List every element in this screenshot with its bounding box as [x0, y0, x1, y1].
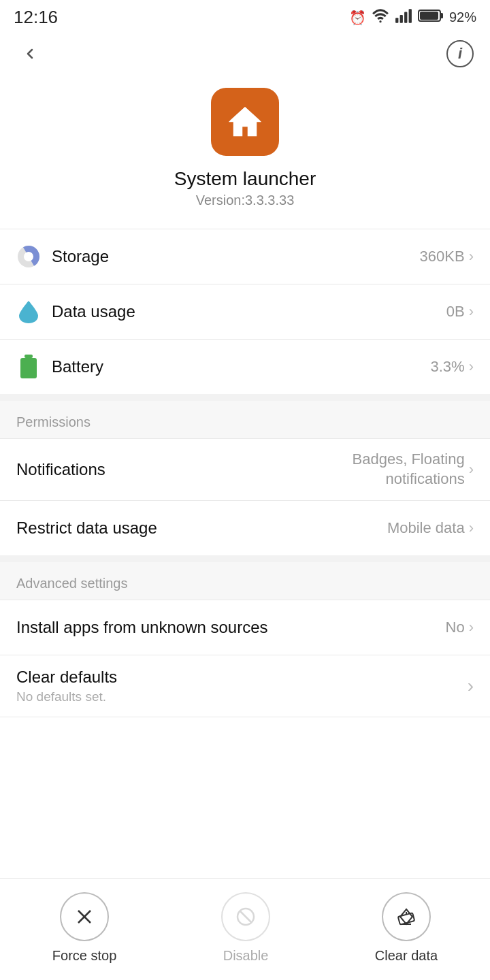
svg-rect-7 [420, 12, 438, 20]
wifi-icon [372, 8, 389, 27]
storage-label: Storage [52, 247, 109, 266]
battery-label: Battery [52, 357, 103, 376]
battery-right: 3.3% › [431, 358, 474, 376]
signal-icon [395, 8, 412, 27]
data-usage-right: 0B › [446, 303, 474, 321]
install-apps-value: No [446, 619, 465, 636]
info-button[interactable]: i [446, 40, 474, 67]
clear-defaults-label: Clear defaults [16, 668, 117, 687]
clear-data-circle [382, 892, 431, 941]
permissions-header: Permissions [0, 401, 490, 438]
notifications-value: Badges, Floatingnotifications [353, 450, 465, 489]
status-bar: 12:16 ⏰ [0, 0, 490, 33]
data-usage-label: Data usage [52, 302, 135, 321]
content-area: Storage 360KB › Data usage 0B › [0, 229, 490, 806]
status-icons: ⏰ 92% [349, 8, 476, 27]
svg-rect-3 [404, 12, 407, 23]
battery-menu-icon [16, 355, 41, 379]
clear-defaults-sub: No defaults set. [16, 689, 117, 704]
battery-percent: 92% [449, 10, 476, 25]
battery-left: Battery [16, 355, 103, 379]
install-apps-left: Install apps from unknown sources [16, 616, 268, 639]
data-usage-icon [16, 299, 41, 324]
divider-7 [0, 717, 490, 717]
alarm-icon: ⏰ [349, 10, 366, 26]
app-icon [211, 88, 279, 156]
svg-rect-6 [440, 13, 443, 18]
svg-rect-10 [24, 355, 33, 358]
svg-rect-4 [409, 9, 412, 23]
data-usage-left: Data usage [16, 299, 135, 324]
app-header: System launcher Version:3.3.3.33 [0, 74, 490, 229]
restrict-data-left: Restrict data usage [16, 519, 157, 538]
install-apps-label: Install apps from unknown sources [16, 616, 268, 639]
notifications-item[interactable]: Notifications Badges, Floatingnotificati… [0, 439, 490, 500]
top-nav: i [0, 33, 490, 74]
section-divider-1 [0, 394, 490, 401]
restrict-data-value: Mobile data [387, 519, 465, 537]
storage-item[interactable]: Storage 360KB › [0, 229, 490, 284]
restrict-data-label: Restrict data usage [16, 519, 157, 538]
svg-rect-2 [400, 15, 403, 23]
app-version: Version:3.3.3.33 [196, 193, 295, 208]
notifications-chevron: › [469, 461, 474, 478]
disable-circle [221, 892, 270, 941]
permissions-label: Permissions [16, 414, 91, 429]
data-usage-value: 0B [446, 303, 465, 321]
data-usage-item[interactable]: Data usage 0B › [0, 284, 490, 339]
battery-value: 3.3% [431, 358, 465, 376]
storage-icon [16, 244, 41, 269]
force-stop-button[interactable]: Force stop [52, 892, 116, 964]
force-stop-label: Force stop [52, 948, 116, 964]
battery-chevron: › [469, 358, 474, 376]
disable-label: Disable [223, 948, 269, 964]
svg-line-15 [240, 911, 252, 923]
storage-value: 360KB [420, 248, 465, 265]
advanced-settings-header: Advanced settings [0, 562, 490, 600]
svg-point-0 [379, 20, 381, 22]
clear-defaults-left: Clear defaults No defaults set. [16, 668, 117, 704]
storage-chevron: › [469, 248, 474, 265]
svg-rect-11 [20, 358, 37, 378]
storage-left: Storage [16, 244, 109, 269]
install-apps-chevron: › [469, 619, 474, 636]
section-divider-2 [0, 555, 490, 562]
clear-data-label: Clear data [375, 948, 438, 964]
notifications-right: Badges, Floatingnotifications › [353, 450, 474, 489]
svg-point-9 [24, 252, 33, 261]
clear-defaults-item[interactable]: Clear defaults No defaults set. › [0, 655, 490, 717]
storage-right: 360KB › [420, 248, 474, 265]
notifications-label: Notifications [16, 460, 105, 479]
restrict-data-right: Mobile data › [387, 519, 474, 537]
svg-rect-1 [395, 18, 398, 23]
install-apps-right: No › [446, 619, 474, 636]
restrict-data-chevron: › [469, 519, 474, 537]
clear-data-button[interactable]: Clear data [375, 892, 438, 964]
data-usage-chevron: › [469, 303, 474, 321]
app-name: System launcher [174, 168, 316, 190]
advanced-settings-label: Advanced settings [16, 576, 127, 591]
disable-button[interactable]: Disable [221, 892, 270, 964]
back-button[interactable] [16, 40, 44, 67]
status-time: 12:16 [14, 7, 58, 28]
bottom-action-bar: Force stop Disable Clear data [0, 878, 490, 980]
battery-item[interactable]: Battery 3.3% › [0, 340, 490, 394]
battery-icon [418, 8, 444, 27]
force-stop-circle [60, 892, 109, 941]
restrict-data-item[interactable]: Restrict data usage Mobile data › [0, 501, 490, 555]
install-apps-item[interactable]: Install apps from unknown sources No › [0, 600, 490, 655]
clear-defaults-chevron: › [468, 675, 474, 697]
